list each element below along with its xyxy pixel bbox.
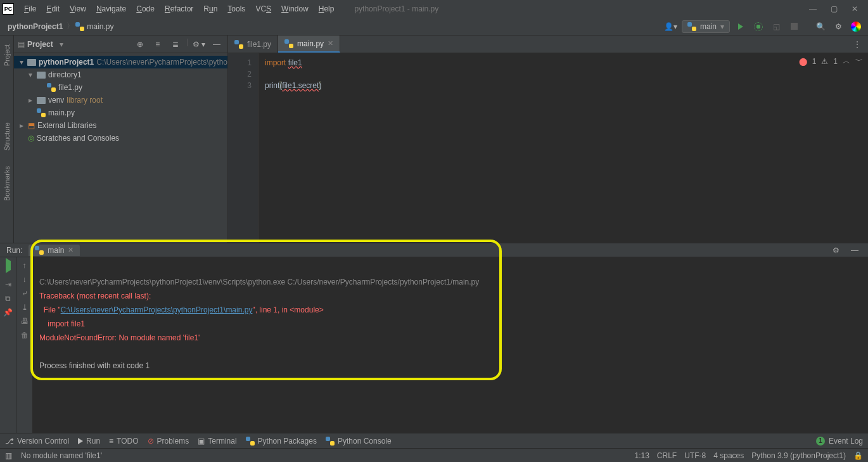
folder-icon	[37, 97, 46, 104]
folder-icon	[27, 59, 35, 66]
status-caret-position[interactable]: 1:13	[635, 451, 649, 460]
tab-file1[interactable]: file1.py	[228, 35, 278, 53]
run-tab-main[interactable]: main ✕	[29, 245, 80, 256]
menu-help[interactable]: Help	[314, 4, 340, 13]
tab-menu-icon[interactable]: ⋮	[850, 37, 864, 51]
python-file-icon	[75, 22, 84, 31]
titlebar: PC File Edit View Navigate Code Refactor…	[0, 0, 868, 18]
status-indent[interactable]: 4 spaces	[713, 451, 744, 460]
status-encoding[interactable]: UTF-8	[684, 451, 706, 460]
resume-icon[interactable]: ⇥	[5, 280, 11, 289]
library-icon: ⬒	[28, 121, 35, 130]
bottom-toolbar: ⎇Version Control Run ≡TODO ⊘Problems ▣Te…	[0, 433, 868, 448]
branch-icon: ⎇	[5, 437, 14, 446]
tree-main[interactable]: main.py	[14, 106, 227, 119]
tool-python-console[interactable]: Python Console	[326, 437, 392, 446]
rail-bookmarks[interactable]: Bookmarks	[3, 162, 11, 205]
status-line-ending[interactable]: CRLF	[657, 451, 677, 460]
run-settings-icon[interactable]: ⚙	[829, 243, 843, 257]
tree-label: Scratches and Consoles	[37, 134, 119, 143]
rerun-icon[interactable]	[6, 261, 11, 270]
window-title: pythonProject1 - main.py	[354, 4, 438, 13]
pin-icon[interactable]: 📌	[3, 308, 13, 317]
run-button[interactable]	[734, 20, 748, 34]
menu-view[interactable]: View	[65, 4, 91, 13]
menu-window[interactable]: Window	[276, 4, 314, 13]
chevron-down-icon[interactable]: ▾	[60, 40, 63, 49]
menu-run[interactable]: Run	[198, 4, 222, 13]
tool-terminal[interactable]: ▣Terminal	[198, 437, 236, 446]
add-user-icon[interactable]: 👤▾	[664, 20, 678, 34]
menu-vcs[interactable]: VCS	[250, 4, 276, 13]
menu-tools[interactable]: Tools	[222, 4, 250, 13]
menu-navigate[interactable]: Navigate	[91, 4, 131, 13]
coverage-button[interactable]: ◱	[769, 20, 783, 34]
chevron-up-icon[interactable]: ︿	[843, 56, 850, 67]
clear-icon[interactable]: 🗑	[21, 331, 29, 340]
rail-structure[interactable]: Structure	[3, 119, 11, 155]
panel-settings-icon[interactable]: ⚙ ▾	[192, 37, 206, 51]
menu-file[interactable]: File	[19, 4, 41, 13]
status-tool-windows-icon[interactable]: ▥	[5, 451, 12, 460]
scroll-end-icon[interactable]: ⤓	[22, 303, 28, 312]
tool-run[interactable]: Run	[78, 437, 100, 446]
inspection-widget[interactable]: ⬤1 ⚠1 ︿ ﹀	[799, 56, 863, 67]
lock-icon[interactable]: 🔒	[853, 451, 863, 460]
tab-main[interactable]: main.py ✕	[278, 35, 340, 53]
error-icon: ⬤	[799, 57, 807, 66]
print-icon[interactable]: 🖶	[21, 317, 29, 326]
search-icon[interactable]: 🔍	[814, 20, 827, 34]
debug-button[interactable]	[751, 20, 765, 34]
tool-version-control[interactable]: ⎇Version Control	[5, 437, 69, 446]
tree-file1[interactable]: file1.py	[14, 81, 227, 94]
menu-edit[interactable]: Edit	[41, 4, 65, 13]
chevron-down-icon[interactable]: ﹀	[855, 56, 863, 67]
up-icon[interactable]: ↑	[23, 261, 27, 270]
minimize-icon[interactable]: ―	[809, 4, 817, 13]
tool-todo[interactable]: ≡TODO	[109, 437, 138, 446]
run-config-selector[interactable]: main ▾	[682, 20, 730, 33]
code-with-me-icon[interactable]	[849, 20, 863, 34]
status-interpreter[interactable]: Python 3.9 (pythonProject1)	[751, 451, 846, 460]
tool-problems[interactable]: ⊘Problems	[148, 437, 189, 446]
status-message: No module named 'file1'	[21, 451, 102, 460]
layout-icon[interactable]: ⧉	[5, 294, 11, 303]
tree-scratches[interactable]: ◎ Scratches and Consoles	[14, 132, 227, 144]
tree-root-label: pythonProject1	[39, 58, 94, 67]
project-tree[interactable]: ▾ pythonProject1 C:\Users\never\PycharmP…	[14, 53, 227, 147]
tree-directory1[interactable]: ▾ directory1	[14, 68, 227, 81]
collapse-all-icon[interactable]: ≣	[169, 37, 182, 51]
down-icon[interactable]: ↓	[23, 275, 27, 284]
console-output[interactable]: C:\Users\never\PycharmProjects\pythonPro…	[33, 257, 868, 433]
tree-label: External Libraries	[37, 121, 96, 130]
tree-root-path: C:\Users\never\PycharmProjects\pytho	[96, 58, 227, 67]
console-link[interactable]: C:\Users\never\PycharmProjects\pythonPro…	[61, 305, 253, 314]
rail-project[interactable]: Project	[3, 41, 11, 70]
tool-event-log[interactable]: Event Log	[829, 437, 863, 446]
run-label: Run:	[6, 246, 22, 255]
tree-venv[interactable]: ▸ venv library root	[14, 94, 227, 106]
tree-external-libraries[interactable]: ▸⬒ External Libraries	[14, 119, 227, 132]
tab-close-icon[interactable]: ✕	[68, 246, 73, 254]
tool-python-packages[interactable]: Python Packages	[246, 437, 317, 446]
editor-area: file1.py main.py ✕ ⋮ 1 2 3 import file1 …	[228, 35, 868, 243]
warning-icon: ⚠	[821, 57, 828, 66]
expand-all-icon[interactable]: ≡	[151, 37, 165, 51]
select-opened-file-icon[interactable]: ⊕	[133, 37, 147, 51]
breadcrumb-root[interactable]: pythonProject1	[5, 22, 65, 31]
tab-close-icon[interactable]: ✕	[328, 39, 333, 48]
menu-refactor[interactable]: Refactor	[160, 4, 198, 13]
menu-code[interactable]: Code	[131, 4, 160, 13]
breadcrumb-file[interactable]: main.py	[84, 22, 116, 31]
statusbar: ▥ No module named 'file1' 1:13 CRLF UTF-…	[0, 448, 868, 462]
tree-root[interactable]: ▾ pythonProject1 C:\Users\never\PycharmP…	[14, 56, 227, 68]
maximize-icon[interactable]: ▢	[831, 4, 838, 13]
code-editor[interactable]: 1 2 3 import file1 print(file1.secret) ⬤…	[228, 53, 868, 243]
gutter: 1 2 3	[228, 53, 258, 243]
hide-run-panel-icon[interactable]: ―	[848, 243, 862, 257]
stop-button[interactable]	[787, 20, 801, 34]
soft-wrap-icon[interactable]: ⤶	[22, 289, 28, 298]
hide-panel-icon[interactable]: ―	[210, 37, 224, 51]
settings-icon[interactable]: ⚙	[831, 20, 845, 34]
close-icon[interactable]: ✕	[852, 4, 858, 13]
